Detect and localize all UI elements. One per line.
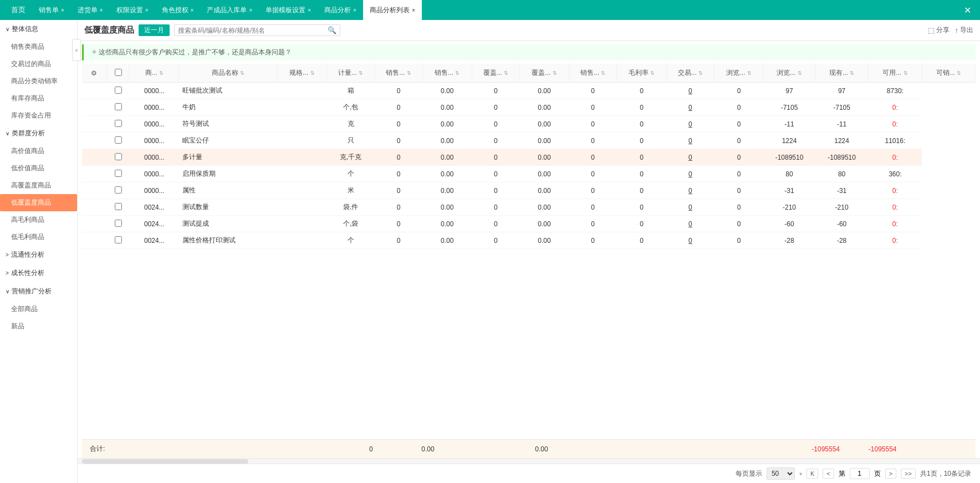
col-sales3[interactable]: 销售... ⇅ [569,64,616,83]
row-checkbox[interactable] [115,120,122,127]
nav-analysis-list[interactable]: 商品分析列表 × [363,0,422,20]
nav-product-warehouse[interactable]: 产成品入库单 × [200,0,259,20]
sidebar-item-high-coverage[interactable]: 高覆盖度商品 [0,177,77,194]
sidebar-item-high-profit[interactable]: 高毛利商品 [0,211,77,228]
sidebar-item-low-value[interactable]: 低价值商品 [0,160,77,177]
sidebar-item-traded-goods[interactable]: 交易过的商品 [0,55,77,73]
transaction-link[interactable]: 0 [688,137,692,145]
col-sales1[interactable]: 销售... ⇅ [375,64,422,83]
per-page-select[interactable]: 50 100 [767,467,795,480]
transaction-link[interactable]: 0 [688,120,692,128]
nav-permission-close[interactable]: × [145,7,149,13]
row-checkbox[interactable] [115,153,122,160]
row-checkbox[interactable] [115,186,122,194]
col-available-stock[interactable]: 可用... ⇅ [869,64,922,83]
select-all-checkbox[interactable] [115,69,122,76]
col-sales2[interactable]: 销售... ⇅ [422,64,472,83]
row-checkbox[interactable] [115,103,122,110]
nav-sales-close[interactable]: × [61,7,64,13]
row-checkbox[interactable] [115,136,122,144]
nav-analysis-close[interactable]: × [353,7,356,13]
pagination-prev-button[interactable]: < [823,469,834,479]
row-checkbox-cell[interactable] [106,216,129,232]
nav-role[interactable]: 角色授权 × [155,0,201,20]
transaction-link[interactable]: 0 [688,154,692,161]
nav-analysis-list-close[interactable]: × [412,7,415,13]
horizontal-scrollbar[interactable] [82,459,248,464]
sidebar-item-low-coverage[interactable]: 低覆盖度商品 [0,194,77,211]
pagination-page-input[interactable] [850,468,870,479]
col-gear[interactable]: ⚙ [82,64,106,83]
col-sellable[interactable]: 可销... ⇅ [922,64,975,83]
row-profit-rate: 0 [617,83,666,99]
row-checkbox[interactable] [115,220,122,227]
share-button[interactable]: ⬚ 分享 [928,26,950,35]
row-checkbox[interactable] [115,170,122,177]
sidebar-item-capital[interactable]: 库存资金占用 [0,107,77,124]
col-browse2[interactable]: 浏览... ⇅ [764,64,815,83]
col-unit[interactable]: 计量... ⇅ [326,64,374,83]
transaction-link[interactable]: 0 [688,187,692,195]
window-close-button[interactable]: ✕ [959,5,976,16]
nav-permission[interactable]: 权限设置 × [110,0,155,20]
sidebar-section-cluster[interactable]: ∨ 类群度分析 [0,124,77,143]
col-coverage2[interactable]: 覆盖... ⇅ [520,64,569,83]
nav-role-close[interactable]: × [191,7,194,13]
col-browse1[interactable]: 浏览... ⇅ [714,64,764,83]
sidebar-item-new-goods[interactable]: 新品 [0,318,77,335]
sidebar-item-low-profit[interactable]: 低毛利商品 [0,228,77,246]
filter-recent-month-button[interactable]: 近一月 [139,24,170,36]
col-current-stock[interactable]: 现有... ⇅ [815,64,868,83]
sidebar-section-circulation[interactable]: > 流通性分析 [0,246,77,264]
col-coverage1[interactable]: 覆盖... ⇅ [472,64,519,83]
col-transaction[interactable]: 交易... ⇅ [666,64,714,83]
export-button[interactable]: ↑ 导出 [955,26,974,35]
nav-purchase[interactable]: 进货单 × [71,0,110,20]
col-checkbox[interactable] [106,64,129,83]
transaction-link[interactable]: 0 [688,204,692,211]
nav-template[interactable]: 单据模板设置 × [259,0,318,20]
col-name[interactable]: 商品名称 ⇅ [179,64,278,83]
pagination-next-button[interactable]: > [885,469,896,479]
row-checkbox[interactable] [115,203,122,210]
row-checkbox-cell[interactable] [106,83,129,99]
row-checkbox-cell[interactable] [106,166,129,182]
sidebar-item-category-rate[interactable]: 商品分类动销率 [0,73,77,90]
nav-purchase-close[interactable]: × [100,7,103,13]
sidebar-item-stock-goods[interactable]: 有库存商品 [0,90,77,107]
row-checkbox-cell[interactable] [106,99,129,116]
pagination-last-button[interactable]: >> [901,469,916,479]
col-profit-rate[interactable]: 毛利率 ⇅ [617,64,666,83]
col-spec[interactable]: 规格... ⇅ [278,64,327,83]
row-checkbox[interactable] [115,236,122,243]
row-checkbox[interactable] [115,87,122,94]
nav-template-close[interactable]: × [308,7,311,13]
horizontal-scroll-area[interactable] [78,458,980,464]
transaction-link[interactable]: 0 [688,170,692,178]
sidebar-item-high-value[interactable]: 高价值商品 [0,143,77,160]
row-checkbox-cell[interactable] [106,232,129,249]
col-code[interactable]: 商... ⇅ [130,64,179,83]
sidebar-section-marketing[interactable]: ∨ 营销推广分析 [0,282,77,301]
transaction-link[interactable]: 0 [688,237,692,245]
nav-analysis[interactable]: 商品分析 × [318,0,363,20]
transaction-link[interactable]: 0 [688,104,692,111]
nav-sales[interactable]: 销售单 × [32,0,71,20]
row-checkbox-cell[interactable] [106,199,129,216]
pagination-first-button[interactable]: K [807,469,818,479]
sidebar-section-growth[interactable]: > 成长性分析 [0,264,77,282]
sidebar-item-sales-goods[interactable]: 销售类商品 [0,38,77,55]
sidebar-section-overall[interactable]: ∨ 整体信息 [0,20,77,38]
row-checkbox-cell[interactable] [106,116,129,133]
row-checkbox-cell[interactable] [106,182,129,199]
sidebar-collapse-button[interactable]: « [72,39,81,61]
row-profit-rate: 0 [617,149,666,166]
nav-product-warehouse-close[interactable]: × [249,7,252,13]
row-checkbox-cell[interactable] [106,149,129,166]
search-input[interactable] [178,27,328,34]
transaction-link[interactable]: 0 [688,220,692,228]
transaction-link[interactable]: 0 [688,87,692,95]
sidebar-item-all-goods[interactable]: 全部商品 [0,301,77,318]
nav-home[interactable]: 首页 [4,0,32,20]
row-checkbox-cell[interactable] [106,133,129,149]
